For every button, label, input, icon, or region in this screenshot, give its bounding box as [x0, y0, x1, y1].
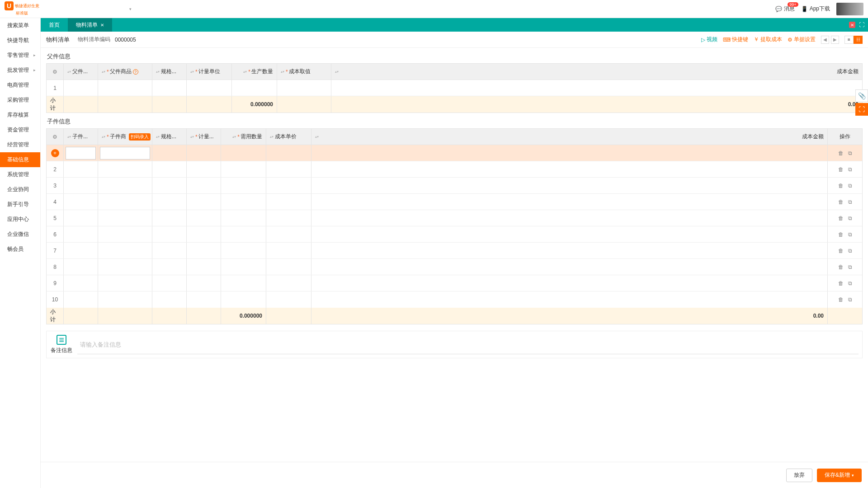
expand-button[interactable]: ⛶: [855, 103, 868, 116]
cell[interactable]: [98, 145, 152, 161]
org-selector[interactable]: ▾: [46, 7, 136, 11]
cell[interactable]: [266, 291, 311, 308]
cell[interactable]: [152, 178, 187, 193]
cell[interactable]: [311, 259, 828, 275]
cell[interactable]: [311, 243, 828, 258]
sidebar-item-10[interactable]: 系统管理: [0, 167, 40, 182]
cell[interactable]: [64, 226, 98, 242]
sidebar-item-5[interactable]: 采购管理: [0, 93, 40, 108]
cell[interactable]: [152, 243, 187, 258]
child-row-4[interactable]: 4🗑⧉: [47, 194, 862, 210]
extractcost-link[interactable]: ￥提取成本: [754, 36, 782, 43]
cell[interactable]: [152, 161, 187, 177]
cell[interactable]: [187, 259, 221, 275]
cell[interactable]: [277, 80, 331, 96]
cell[interactable]: [311, 210, 828, 226]
cell[interactable]: [98, 291, 152, 308]
child-row-10[interactable]: 10🗑⧉: [47, 291, 862, 308]
viewmode-list[interactable]: ≡: [844, 36, 854, 44]
cell[interactable]: [64, 161, 98, 177]
delete-icon[interactable]: 🗑: [838, 248, 844, 254]
sidebar-item-15[interactable]: 畅会员: [0, 242, 40, 257]
prev-button[interactable]: ◀: [821, 36, 829, 44]
col-parent-unit[interactable]: ▴▾*计量单位: [187, 64, 232, 80]
sidebar-item-8[interactable]: 经营管理: [0, 137, 40, 152]
col-parent-spec[interactable]: ▴▾规格...: [152, 64, 187, 80]
cell[interactable]: [98, 178, 152, 193]
sidebar-item-6[interactable]: 库存核算: [0, 108, 40, 122]
next-button[interactable]: ▶: [831, 36, 839, 44]
close-icon[interactable]: ✕: [100, 23, 104, 28]
cell[interactable]: [266, 145, 311, 161]
tabs-close-button[interactable]: ✕: [849, 22, 855, 28]
cell[interactable]: [64, 178, 98, 193]
docsetting-link[interactable]: ⚙单据设置: [788, 36, 816, 43]
col-parent-costsrc[interactable]: ▴▾*成本取值: [277, 64, 331, 80]
cell[interactable]: [232, 80, 277, 96]
cell[interactable]: [98, 161, 152, 177]
col-parent-product[interactable]: ▴▾*父件商品?: [98, 64, 152, 80]
cell[interactable]: [152, 145, 187, 161]
cell-input[interactable]: [100, 147, 150, 160]
cell[interactable]: [187, 275, 221, 291]
cell[interactable]: [152, 226, 187, 242]
cell[interactable]: [187, 178, 221, 193]
child-row-8[interactable]: 8🗑⧉: [47, 259, 862, 275]
col-parent-amount[interactable]: ▴▾成本金额: [331, 64, 862, 80]
child-row-9[interactable]: 9🗑⧉: [47, 275, 862, 291]
delete-icon[interactable]: 🗑: [838, 215, 844, 221]
sidebar-item-13[interactable]: 应用中心: [0, 212, 40, 227]
cell[interactable]: [152, 80, 187, 96]
delete-icon[interactable]: 🗑: [838, 166, 844, 173]
avatar[interactable]: [836, 3, 863, 15]
cell[interactable]: [311, 145, 828, 161]
cell[interactable]: [331, 80, 862, 96]
copy-icon[interactable]: ⧉: [848, 264, 852, 270]
cell[interactable]: [98, 80, 152, 96]
delete-icon[interactable]: 🗑: [838, 264, 844, 270]
delete-icon[interactable]: 🗑: [838, 199, 844, 205]
cell[interactable]: [266, 178, 311, 193]
messages-button[interactable]: 💬 消息 99+: [775, 5, 795, 13]
viewmode-detail[interactable]: ☷: [854, 36, 863, 44]
cell[interactable]: [221, 161, 266, 177]
cell[interactable]: [152, 210, 187, 226]
child-row-2[interactable]: 2🗑⧉: [47, 161, 862, 178]
copy-icon[interactable]: ⧉: [848, 183, 852, 189]
cell[interactable]: [98, 259, 152, 275]
col-gear[interactable]: ⚙: [47, 64, 64, 80]
cell[interactable]: [98, 275, 152, 291]
cell[interactable]: [221, 210, 266, 226]
cell[interactable]: [98, 194, 152, 210]
cell[interactable]: [64, 210, 98, 226]
delete-icon[interactable]: 🗑: [838, 183, 844, 189]
fullscreen-icon[interactable]: ⛶: [858, 22, 865, 28]
cell[interactable]: [64, 145, 98, 161]
cell[interactable]: [64, 259, 98, 275]
copy-icon[interactable]: ⧉: [848, 150, 852, 156]
cell[interactable]: [152, 194, 187, 210]
sidebar-item-4[interactable]: 电商管理: [0, 78, 40, 93]
copy-icon[interactable]: ⧉: [848, 166, 852, 173]
scan-badge[interactable]: 扫码录入: [129, 133, 151, 141]
cell[interactable]: [187, 161, 221, 177]
cell[interactable]: [311, 194, 828, 210]
cell[interactable]: [221, 291, 266, 308]
cell[interactable]: [221, 243, 266, 258]
cell[interactable]: [152, 275, 187, 291]
tab-home[interactable]: 首页: [41, 18, 68, 32]
col-parent-qty[interactable]: ▴▾*生产数量: [232, 64, 277, 80]
cell[interactable]: [266, 243, 311, 258]
sidebar-item-12[interactable]: 新手引导: [0, 197, 40, 212]
cell[interactable]: [311, 178, 828, 193]
copy-icon[interactable]: ⧉: [848, 215, 852, 221]
col-child-spec[interactable]: ▴▾规格...: [152, 129, 187, 145]
sidebar-item-1[interactable]: 快捷导航: [0, 33, 40, 48]
tab-bom[interactable]: 物料清单 ✕: [68, 18, 112, 32]
cell[interactable]: [266, 259, 311, 275]
cell[interactable]: [64, 80, 98, 96]
cell[interactable]: [187, 145, 221, 161]
cell[interactable]: [266, 226, 311, 242]
cell[interactable]: [266, 161, 311, 177]
add-row-button[interactable]: +: [51, 149, 59, 157]
